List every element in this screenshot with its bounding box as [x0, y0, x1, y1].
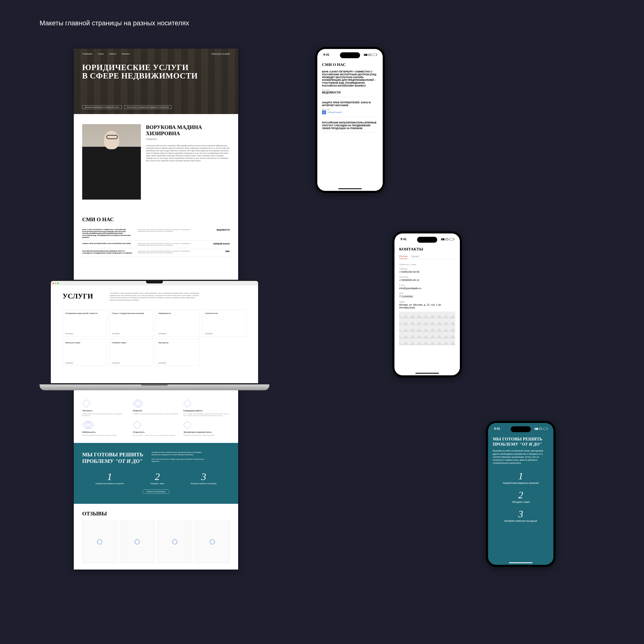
value-item: Командная работаМы – команда. Все девятн… [183, 399, 230, 417]
service-card[interactable]: СтроительствоПодробнее [202, 310, 246, 336]
wifi-icon [539, 428, 542, 430]
tab-turkey[interactable]: Турция [411, 255, 419, 259]
smi-headline: ЗАЩИТА ПРАВ ПОТРЕБИТЕЛЕЙ. ЗАКАЗ В ИНТЕРН… [82, 243, 132, 246]
service-more-link[interactable]: Подробнее [205, 333, 213, 334]
cta-button[interactable]: Получить консультацию [142, 490, 170, 494]
hero-btn-1[interactable]: Выигранные арбитражные и Гражданские спо… [82, 105, 122, 109]
phone-value[interactable]: +7(495)150-53-56 [399, 270, 455, 273]
nav-news[interactable]: Новости [109, 53, 116, 55]
smi-source: RBK [203, 250, 230, 254]
diamond-icon [133, 399, 141, 408]
contacts-map[interactable] [399, 312, 455, 345]
home-indicator-icon[interactable] [509, 562, 532, 563]
services-heading: УСЛУГИ [63, 292, 93, 300]
step-label: Обсудим с вами [150, 482, 164, 485]
service-title: Земельное право [65, 342, 104, 344]
dynamic-island-icon [511, 426, 531, 432]
service-card[interactable]: НаследствоПодробнее [156, 339, 200, 366]
maximize-icon[interactable] [57, 283, 59, 284]
phone-smi-item[interactable]: РОССИЙСКИЕ МУЛЬТИПЛИКАТОРЫ ВПЕРВЫЕ ПОЛУЧ… [322, 121, 378, 132]
laptop-mockup: УСЛУГИ Наши юристы готовы проконсультиро… [40, 280, 269, 390]
service-card[interactable]: Оспаривание кадастровой стоимостиПодробн… [63, 310, 107, 336]
step-label: Разработаем варианты решений [493, 482, 549, 484]
inn-value: 7713395562 [399, 295, 455, 298]
nav-cta[interactable]: Записаться на приём [211, 53, 230, 55]
laptop-notch-icon [146, 281, 163, 283]
home-indicator-icon[interactable] [415, 373, 439, 374]
value-item: ЧестностьКоманда наших юристов настроена… [82, 399, 129, 417]
battery-icon [543, 428, 547, 430]
service-title: Строительство [205, 312, 244, 314]
service-more-link[interactable]: Подробнее [65, 333, 73, 334]
phone-contacts-mockup: 9:41 КОНТАКТЫ Россия Турция Свяжитесь с … [392, 231, 462, 377]
smi-row[interactable]: РОССИЙСКИЕ МУЛЬТИПЛИКАТОРЫ ВПЕРВЫЕ ПОЛУЧ… [82, 248, 230, 256]
hero-title: ЮРИДИЧЕСКИЕ УСЛУГИ В СФЕРЕ НЕДВИЖИМОСТИ [82, 63, 230, 80]
review-card[interactable] [157, 521, 192, 563]
cta-step: 3Выберем наиболее выгодный [191, 471, 217, 485]
review-card[interactable] [82, 521, 117, 563]
phone-cta-step: 3Выберем наиболее выгодный [493, 508, 549, 522]
service-more-link[interactable]: Подробнее [112, 362, 120, 364]
review-card[interactable] [120, 521, 155, 563]
close-icon[interactable] [52, 283, 54, 284]
nav-contacts[interactable]: Контакты [122, 53, 130, 55]
smi-row[interactable]: БАНК «САНКТ-ПЕТЕРБУРГ» СОВМЕСТНО С РОССИ… [82, 227, 230, 241]
status-time: 9:41 [400, 237, 407, 241]
value-desc: Мы – команда. Все девятнадцать профессио… [183, 413, 230, 417]
value-title: Честность [82, 409, 129, 412]
minimize-icon[interactable] [55, 283, 56, 284]
smi-headline: БАНК «САНКТ-ПЕТЕРБУРГ» СОВМЕСТНО С РОССИ… [322, 70, 378, 87]
about-section: ВОРУКОВА МАДИНА ХИЗИРОВНА Учредитель Lor… [74, 114, 238, 210]
service-card[interactable]: Споры с государственными органамиПодробн… [109, 310, 153, 336]
phone-cta-mockup: 9:41 МЫ ГОТОВЫ РЕШИТЬ ПРОБЛЕМУ "ОТ И ДО"… [486, 421, 555, 567]
home-indicator-icon[interactable] [338, 188, 362, 189]
service-more-link[interactable]: Подробнее [158, 362, 166, 364]
value-desc: Что ни спросите – ответим честно. Но не … [133, 434, 179, 436]
phone-cta-step: 1Разработаем варианты решений [493, 470, 549, 484]
channel-1-source: 1ПЕРВЫЙ КАНАЛ [322, 110, 378, 114]
email-value[interactable]: info@grandegida.ru [399, 287, 455, 290]
service-title: Наследство [158, 342, 197, 344]
service-card[interactable]: Семейное правоПодробнее [109, 339, 153, 366]
hero-btn-2[interactable]: Более десяти лет юридическая поддержка в… [124, 105, 172, 109]
smi-source: ВЕДОМОСТИ [322, 91, 378, 94]
service-more-link[interactable]: Подробнее [158, 333, 166, 334]
service-more-link[interactable]: Подробнее [112, 333, 120, 334]
review-card[interactable] [195, 521, 230, 563]
source-label: Источник [322, 108, 378, 110]
contacts-heading: КОНТАКТЫ [399, 247, 455, 251]
services-lead: Наши юристы готовы проконсультировать ва… [110, 292, 200, 301]
nav-about[interactable]: О компании [82, 53, 92, 55]
value-item: РазвитиеСледуем последним тенденций в сф… [133, 399, 179, 417]
service-title: Семейное право [112, 342, 151, 344]
step-number: 1 [493, 470, 549, 482]
founder-role: Учредитель [146, 138, 230, 140]
wa-value[interactable]: +7(999)595-49-12 [399, 279, 455, 281]
service-card[interactable]: Земельное правоПодробнее [63, 339, 107, 366]
channel-1-icon: 1 [322, 110, 326, 114]
smi-headline: ЗАЩИТА ПРАВ ПОТРЕБИТЕЛЕЙ. ЗАКАЗ В ИНТЕРН… [322, 101, 378, 107]
phone-smi-item[interactable]: БАНК «САНКТ-ПЕТЕРБУРГ» СОВМЕСТНО С РОССИ… [322, 70, 378, 97]
step-number: 1 [95, 471, 124, 482]
value-item: ОткрытостьЧто ни спросите – ответим чест… [133, 421, 179, 436]
phone-label: Телефон [399, 268, 455, 270]
phone-smi-item[interactable]: ЗАЩИТА ПРАВ ПОТРЕБИТЕЛЕЙ. ЗАКАЗ В ИНТЕРН… [322, 101, 378, 117]
hero-nav: О компании Услуги Новости Контакты Запис… [82, 53, 230, 55]
dynamic-island-icon [417, 237, 437, 243]
nav-services[interactable]: Услуги [98, 53, 104, 55]
service-title: Недвижимость [158, 312, 197, 314]
cta-step: 2Обсудим с вами [150, 471, 164, 485]
smi-row[interactable]: ЗАЩИТА ПРАВ ПОТРЕБИТЕЛЕЙ. ЗАКАЗ В ИНТЕРН… [82, 241, 230, 248]
smi-heading: СМИ О НАС [82, 216, 230, 223]
smi-desc: Lorem ipsum dolor sit amet consectetur a… [138, 250, 198, 254]
value-title: Мобильность [82, 431, 129, 433]
battery-icon [372, 54, 377, 56]
tab-russia[interactable]: Россия [399, 255, 407, 259]
service-card[interactable]: НедвижимостьПодробнее [156, 310, 200, 336]
phone-smi-heading: СМИ О НАС [322, 62, 378, 67]
service-title: Оспаривание кадастровой стоимости [65, 312, 104, 314]
phone-cta-desc: Возьмём на себя составление исков, декла… [493, 449, 549, 465]
service-more-link[interactable]: Подробнее [65, 362, 73, 364]
value-desc: Следуем последним тенденций в сфере прав… [133, 413, 179, 415]
email-label: E-mail [399, 284, 455, 286]
